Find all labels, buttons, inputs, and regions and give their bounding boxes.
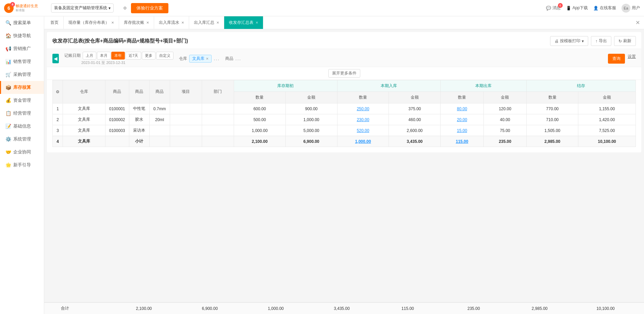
filter-actions: 查询 设置	[608, 54, 636, 64]
cell-spec	[149, 125, 170, 136]
cell-in-amt: 3,435.00	[389, 136, 441, 147]
warehouse-tag: 文具库 ✕	[189, 55, 212, 63]
notification-btn[interactable]: 💬 消息 6	[546, 5, 561, 11]
tab-flow[interactable]: 出入库流水 ✕	[154, 16, 189, 29]
date-range: 2023-01-01 至 2023-12-31	[64, 60, 174, 65]
sidebar-item-operations[interactable]: 📋 经营管理	[0, 107, 44, 120]
system-selector[interactable]: 装备及固定资产辅助管理系统 ▾	[51, 3, 114, 13]
cell-code: 0100001	[105, 103, 129, 114]
cell-out-qty[interactable]: 20.00	[441, 114, 483, 125]
page-title: 收发存汇总表(按仓库+商品编码+商品+规格型号+项目+部门)	[52, 38, 188, 44]
print-button[interactable]: 🖨 按模板打印 ▾	[550, 36, 588, 46]
cell-out-qty[interactable]: 80.00	[441, 103, 483, 114]
user-btn[interactable]: Ea 用户	[622, 4, 640, 13]
footer-numbers: 2,100.00 6,900.00 1,000.00 3,435.00 115.…	[111, 306, 639, 311]
tab-receive-summary[interactable]: 收发存汇总表 ✕	[224, 16, 263, 29]
date-btn-this-month[interactable]: 本月	[97, 52, 111, 60]
th-balance: 结存	[527, 80, 636, 92]
sidebar-item-finance[interactable]: 💰 资金管理	[0, 94, 44, 107]
settings-link[interactable]: 设置	[628, 54, 636, 64]
tab-close-2[interactable]: ✕	[146, 21, 149, 24]
content-area: 首页 现存量（库存分布表） ✕ 库存批次账 ✕ 出入库流水 ✕ 出入库汇总 ✕ …	[44, 16, 644, 314]
page-actions: 🖨 按模板打印 ▾ ↑ 导出 ↻ 刷新	[550, 36, 636, 46]
warehouse-more[interactable]: ...	[214, 56, 220, 61]
tab-inventory-dist[interactable]: 现存量（库存分布表） ✕	[64, 16, 119, 29]
filter-row: ◀ 记账日期 上月 本月 本年 近7天 更多 自定义	[47, 49, 641, 67]
app-download-btn[interactable]: 📱 App下载	[566, 5, 588, 11]
footer-open-amt: 6,900.00	[177, 306, 243, 311]
th-bal-qty: 数量	[527, 92, 578, 103]
footer-in-amt: 3,435.00	[309, 306, 375, 311]
goods-more[interactable]: ...	[235, 56, 242, 61]
tab-close-3[interactable]: ✕	[181, 21, 184, 24]
cell-bal-amt: 1,155.00	[578, 103, 636, 114]
sidebar-item-collab[interactable]: 🤝 企业协同	[0, 146, 44, 159]
cell-in-qty[interactable]: 1,000.00	[337, 136, 389, 147]
cell-project	[170, 125, 202, 136]
cell-in-qty[interactable]: 250.00	[337, 103, 389, 114]
logo-icon: 6 6	[4, 3, 14, 13]
logo-area: 6 6 畅捷通好生意 标准版	[4, 3, 48, 13]
cell-bal-qty: 1,505.00	[527, 125, 578, 136]
filter-collapse-btn[interactable]: ◀	[52, 54, 59, 63]
cell-bal-qty: 710.00	[527, 114, 578, 125]
date-btn-last-month[interactable]: 上月	[83, 52, 96, 60]
page-inner: 收发存汇总表(按仓库+商品编码+商品+规格型号+项目+部门) 🖨 按模板打印 ▾…	[47, 32, 641, 152]
cell-seq: 1	[53, 103, 63, 114]
cell-out-qty[interactable]: 115.00	[441, 136, 483, 147]
th-in: 本期入库	[337, 80, 441, 92]
sidebar-item-inventory[interactable]: 📦 库存核算	[0, 81, 44, 94]
cell-dept	[202, 114, 234, 125]
export-button[interactable]: ↑ 导出	[591, 36, 611, 46]
cell-in-qty[interactable]: 230.00	[337, 114, 389, 125]
cell-in-amt: 460.00	[389, 114, 441, 125]
date-btn-7days[interactable]: 近7天	[126, 52, 141, 60]
tab-summary[interactable]: 出入库汇总 ✕	[189, 16, 224, 29]
online-service-btn[interactable]: 👤 在线客服	[593, 5, 616, 11]
tab-close-5[interactable]: ✕	[255, 21, 258, 24]
sidebar-item-guide[interactable]: 🌟 新手引导	[0, 159, 44, 171]
home-icon: 🏠	[5, 33, 11, 38]
cell-project	[170, 103, 202, 114]
date-btn-custom[interactable]: 自定义	[156, 52, 174, 60]
footer-label: 合计	[50, 305, 111, 311]
tab-close-4[interactable]: ✕	[216, 21, 219, 24]
cell-spec: 0.7mm	[149, 103, 170, 114]
tab-batch[interactable]: 库存批次账 ✕	[119, 16, 154, 29]
th-gear[interactable]: ⚙	[53, 80, 63, 103]
handshake-icon: 🤝	[5, 149, 11, 155]
sidebar-item-search[interactable]: 🔍 搜索菜单	[0, 16, 44, 29]
cell-out-amt: 120.00	[483, 103, 526, 114]
sidebar-item-sales[interactable]: 📊 销售管理	[0, 55, 44, 68]
settings-icon[interactable]: ⚙	[122, 5, 128, 11]
refresh-button[interactable]: ↻ 刷新	[614, 36, 636, 46]
expand-conditions-btn[interactable]: 展开更多条件	[328, 69, 360, 78]
service-icon: 👤	[593, 6, 598, 11]
sidebar-item-quick[interactable]: 🏠 快捷导航	[0, 29, 44, 42]
query-button[interactable]: 查询	[608, 54, 625, 64]
th-in-amt: 金额	[389, 92, 441, 103]
cell-name: 中性笔	[129, 103, 149, 114]
page-header-row: 收发存汇总表(按仓库+商品编码+商品+规格型号+项目+部门) 🖨 按模板打印 ▾…	[47, 32, 641, 49]
sidebar-item-marketing[interactable]: 📢 营销推广	[0, 42, 44, 55]
tab-close-1[interactable]: ✕	[111, 21, 114, 24]
cell-open-qty: 500.00	[234, 114, 285, 125]
cell-out-qty[interactable]: 15.00	[441, 125, 483, 136]
trial-button[interactable]: 体验行业方案	[131, 3, 168, 13]
sidebar-item-system[interactable]: ⚙️ 系统管理	[0, 133, 44, 146]
logo-badge: 6	[10, 2, 15, 7]
tab-home[interactable]: 首页	[46, 16, 64, 29]
sidebar-item-purchase[interactable]: 🛒 采购管理	[0, 68, 44, 81]
table-container: ⚙ 仓库 商品 商品 商品 项目 部门 库存期初 本期入库 本期出库	[47, 80, 641, 152]
brand-sub: 标准版	[16, 8, 38, 13]
th-out: 本期出库	[441, 80, 527, 92]
date-btn-more[interactable]: 更多	[142, 52, 155, 60]
warehouse-tag-close[interactable]: ✕	[206, 57, 209, 61]
table-settings-icon[interactable]: ⚙	[56, 89, 60, 94]
cell-seq: 4	[53, 136, 63, 147]
date-btn-this-year[interactable]: 本年	[111, 52, 125, 60]
close-all-button[interactable]: ✕	[633, 18, 643, 27]
sidebar-item-base[interactable]: 📝 基础信息	[0, 120, 44, 133]
cell-spec	[149, 136, 170, 147]
cell-in-qty[interactable]: 520.00	[337, 125, 389, 136]
